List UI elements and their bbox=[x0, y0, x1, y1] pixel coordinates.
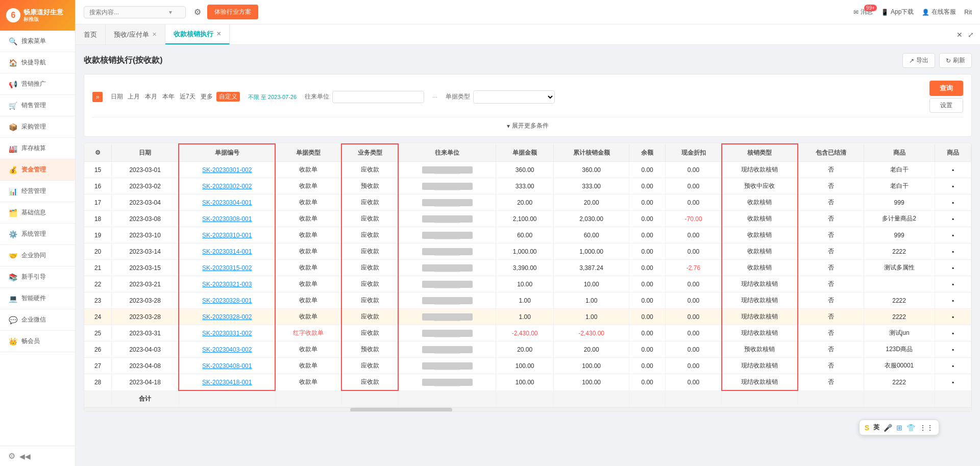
close-all-tabs-icon[interactable]: ✕ bbox=[957, 31, 963, 39]
ime-more-icon[interactable]: ⋮⋮ bbox=[919, 424, 934, 432]
cell-8-2[interactable]: SK-20230328-001 bbox=[179, 292, 275, 309]
cell-11-3: 收款单 bbox=[275, 341, 341, 358]
voucher-link[interactable]: SK-20230314-001 bbox=[202, 248, 252, 255]
wechat-label: 企业微信 bbox=[21, 315, 46, 324]
cell-8-9: 0.00 bbox=[666, 292, 722, 309]
cell-6-2[interactable]: SK-20230315-002 bbox=[179, 260, 275, 276]
filter-more-dots[interactable]: ··· bbox=[432, 93, 437, 101]
voucher-link[interactable]: SK-20230308-001 bbox=[202, 215, 252, 223]
voucher-link[interactable]: SK-20230302-002 bbox=[202, 183, 252, 190]
tab-prepay[interactable]: 预收/应付单✕ bbox=[106, 24, 165, 44]
date-prev-month[interactable]: 上月 bbox=[126, 92, 141, 102]
collapse-icon[interactable]: ◀◀ bbox=[19, 452, 31, 460]
solution-button[interactable]: 体验行业方案 bbox=[207, 5, 258, 19]
voucher-link[interactable]: SK-20230321-003 bbox=[202, 281, 252, 288]
cell-4-2[interactable]: SK-20230310-001 bbox=[179, 227, 275, 243]
voucher-type-select[interactable]: 收款单 红字收款单 bbox=[473, 90, 555, 104]
settings-icon[interactable]: ⚙ bbox=[8, 451, 15, 461]
expand-tabs-icon[interactable]: ⤢ bbox=[968, 31, 974, 39]
topbar-search-input[interactable] bbox=[89, 9, 166, 16]
filter-toggle-btn[interactable]: » bbox=[92, 92, 103, 102]
sidebar-item-system[interactable]: ⚙️ 系统管理 bbox=[0, 224, 75, 245]
date-options: 上月 本月 本年 近7天 更多 自定义 bbox=[126, 92, 240, 102]
query-button[interactable]: 查询 bbox=[929, 81, 963, 96]
sidebar-item-stock[interactable]: 🏭 库存核算 bbox=[0, 138, 75, 159]
voucher-link[interactable]: SK-20230304-001 bbox=[202, 199, 252, 206]
cell-12-2[interactable]: SK-20230408-001 bbox=[179, 358, 275, 374]
cell-0-13: ▪ bbox=[935, 162, 971, 178]
sidebar-item-member[interactable]: 👑 畅会员 bbox=[0, 331, 75, 352]
voucher-link[interactable]: SK-20230301-002 bbox=[202, 166, 252, 174]
voucher-type-filter: 单据类型 收款单 红字收款单 bbox=[446, 90, 555, 104]
voucher-link[interactable]: SK-20230403-002 bbox=[202, 346, 252, 353]
sidebar-item-search[interactable]: 🔍 搜索菜单 bbox=[0, 31, 75, 52]
voucher-link[interactable]: SK-20230331-002 bbox=[202, 330, 252, 337]
partner-input[interactable] bbox=[332, 91, 424, 103]
cell-3-10: 收款核销 bbox=[722, 211, 798, 227]
voucher-link[interactable]: SK-20230328-001 bbox=[202, 297, 252, 304]
wechat-icon: 💬 bbox=[8, 316, 17, 324]
cell-9-2[interactable]: SK-20230328-002 bbox=[179, 309, 275, 325]
cell-10-2[interactable]: SK-20230331-002 bbox=[179, 325, 275, 341]
cell-1-6: 333.00 bbox=[496, 178, 554, 194]
tab-close-collection[interactable]: ✕ bbox=[216, 31, 221, 37]
tab-home[interactable]: 首页 bbox=[76, 24, 106, 44]
sidebar-item-ops[interactable]: 📊 经营管理 bbox=[0, 181, 75, 202]
topbar-gear-icon[interactable]: ⚙ bbox=[194, 7, 201, 17]
date-custom[interactable]: 自定义 bbox=[216, 92, 240, 102]
cell-11-2[interactable]: SK-20230403-002 bbox=[179, 341, 275, 358]
cell-3-2[interactable]: SK-20230308-001 bbox=[179, 211, 275, 227]
user-avatar[interactable]: Rit bbox=[964, 9, 972, 16]
voucher-link[interactable]: SK-20230408-001 bbox=[202, 362, 252, 370]
sidebar-item-hardware[interactable]: 💻 智能硬件 bbox=[0, 288, 75, 309]
cell-8-0: 23 bbox=[84, 292, 112, 309]
cell-0-10: 现结收款核销 bbox=[722, 162, 798, 178]
ime-mic-icon[interactable]: 🎤 bbox=[884, 424, 892, 432]
cell-13-2[interactable]: SK-20230418-001 bbox=[179, 374, 275, 391]
cell-7-2[interactable]: SK-20230321-003 bbox=[179, 276, 275, 292]
date-year[interactable]: 本年 bbox=[161, 92, 176, 102]
topbar-search-box[interactable]: ▾ bbox=[84, 6, 186, 18]
sidebar-item-marketing[interactable]: 📢 营销推广 bbox=[0, 73, 75, 95]
voucher-link[interactable]: SK-20230310-001 bbox=[202, 232, 252, 239]
cell-5-1: 2023-03-14 bbox=[112, 243, 179, 260]
online-service-link[interactable]: 👤 在线客服 bbox=[922, 8, 956, 16]
scrollbar-thumb[interactable] bbox=[350, 408, 452, 412]
voucher-link[interactable]: SK-20230315-002 bbox=[202, 264, 252, 272]
cell-11-7: 20.00 bbox=[554, 341, 629, 358]
sidebar-item-finance[interactable]: 💰 资金管理 bbox=[0, 159, 75, 181]
cell-2-2[interactable]: SK-20230304-001 bbox=[179, 194, 275, 211]
sidebar-item-purchase[interactable]: 📦 采购管理 bbox=[0, 116, 75, 138]
cell-0-2[interactable]: SK-20230301-002 bbox=[179, 162, 275, 178]
date-more[interactable]: 更多 bbox=[199, 92, 214, 102]
app-download-link[interactable]: 📱 App下载 bbox=[881, 8, 914, 16]
date-range-text: 不限 至 2023-07-26 bbox=[248, 93, 297, 101]
ime-grid-icon[interactable]: ⊞ bbox=[896, 424, 902, 432]
sidebar-item-base[interactable]: 🗂️ 基础信息 bbox=[0, 202, 75, 224]
cell-5-2[interactable]: SK-20230314-001 bbox=[179, 243, 275, 260]
cell-3-9: -70.00 bbox=[666, 211, 722, 227]
refresh-button[interactable]: ↻ 刷新 bbox=[939, 53, 972, 68]
cell-1-2[interactable]: SK-20230302-002 bbox=[179, 178, 275, 194]
tab-collection[interactable]: 收款核销执行✕ bbox=[165, 24, 230, 44]
sidebar-item-sales[interactable]: 🛒 销售管理 bbox=[0, 95, 75, 116]
sidebar-item-newbie[interactable]: 📚 新手引导 bbox=[0, 266, 75, 288]
sidebar-item-guide[interactable]: 🏠 快捷导航 bbox=[0, 52, 75, 73]
col-header-2: 单据编号 bbox=[179, 144, 275, 162]
expand-conditions-btn[interactable]: ▾ 展开更多条件 bbox=[92, 117, 963, 130]
ime-shirt-icon[interactable]: 👕 bbox=[906, 424, 915, 432]
sidebar-item-wechat[interactable]: 💬 企业微信 bbox=[0, 309, 75, 331]
sidebar-item-collab[interactable]: 🤝 企业协同 bbox=[0, 245, 75, 266]
cell-12-0: 27 bbox=[84, 358, 112, 374]
voucher-link[interactable]: SK-20230418-001 bbox=[202, 379, 252, 386]
horizontal-scrollbar[interactable] bbox=[84, 407, 971, 411]
tab-close-prepay[interactable]: ✕ bbox=[152, 31, 157, 38]
cell-5-4: 应收款 bbox=[341, 243, 398, 260]
filter-settings-button[interactable]: 设置 bbox=[929, 98, 963, 113]
message-link[interactable]: ✉ 消息 99+ bbox=[853, 8, 873, 16]
voucher-link[interactable]: SK-20230328-002 bbox=[202, 313, 252, 321]
export-button[interactable]: ↗ 导出 bbox=[902, 53, 935, 68]
date-7days[interactable]: 近7天 bbox=[178, 92, 197, 102]
date-cur-month[interactable]: 本月 bbox=[143, 92, 159, 102]
search-dropdown-icon[interactable]: ▾ bbox=[169, 9, 172, 16]
